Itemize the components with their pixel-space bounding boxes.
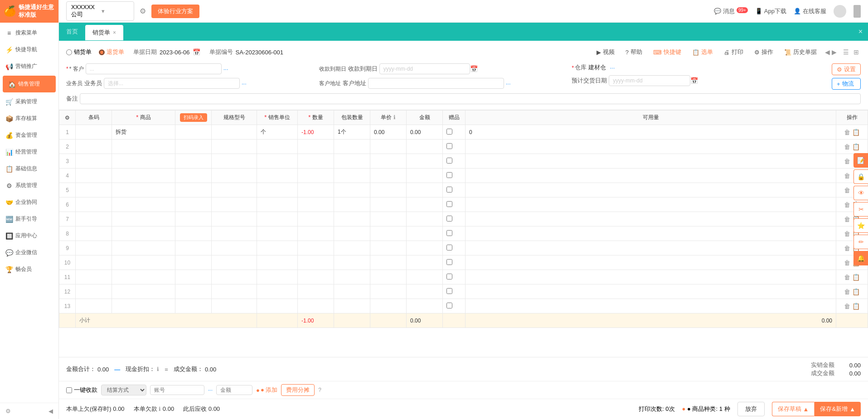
sidebar-item-search[interactable]: ≡ 搜索菜单 [0,24,58,41]
sidebar-item-ops[interactable]: 📊 经营管理 [0,144,58,160]
row-3-gift[interactable] [446,158,452,164]
doc-date-picker[interactable]: 📅 [193,48,200,56]
row-9-del[interactable]: 🗑 [844,245,850,252]
scan-button[interactable]: 扫码录入 [180,113,207,122]
due-date-picker[interactable]: 📅 [470,65,478,72]
next-record[interactable]: ▶ [831,48,838,57]
sidebar-item-sales[interactable]: 🏠 销售管理 [3,76,56,92]
sidebar-item-quick-nav[interactable]: ⚡ 快捷导航 [0,41,58,58]
sidebar-collapse-icon[interactable]: ◀ [48,408,53,414]
row-11-cpy[interactable]: 📋 [852,274,860,281]
messages-button[interactable]: 💬 消息 99+ [714,7,748,15]
th-gear[interactable]: ⚙ [59,111,76,125]
salesperson-more-icon[interactable]: ··· [242,80,247,87]
row-13-gift[interactable] [446,303,452,308]
sidebar-item-purchase[interactable]: 🛒 采购管理 [0,93,58,110]
row-3-unit[interactable] [257,154,298,169]
fee-split-button[interactable]: 费用分摊 [281,384,315,396]
row-3-product[interactable] [112,154,175,169]
app-download-button[interactable]: 📱 App下载 [755,7,786,15]
side-action-2[interactable]: 🔒 [853,169,868,184]
addr-more-icon[interactable]: ··· [506,80,511,87]
grid-view-btn[interactable]: ⊞ [852,48,861,57]
row-1-barcode[interactable] [76,125,112,140]
delivery-date-picker[interactable]: 📅 [690,77,698,84]
row-12-cpy[interactable]: 📋 [852,288,860,295]
sidebar-item-member[interactable]: 🏆 畅会员 [0,261,58,278]
abandon-button[interactable]: 放弃 [737,402,765,416]
trial-button[interactable]: 体验行业方案 [151,5,199,18]
row-6-del[interactable]: 🗑 [844,201,850,208]
row-1-delete[interactable]: 🗑 [844,129,850,136]
row-10-del[interactable]: 🗑 [844,259,850,266]
tab-sales-order[interactable]: 销货单 × [85,25,123,40]
row-3-spec[interactable] [212,154,257,169]
side-action-7[interactable]: 🔔 [853,251,868,265]
toolbar-ops[interactable]: ⚙ 操作 [751,46,777,58]
row-12-del[interactable]: 🗑 [844,288,850,295]
row-3-qty[interactable] [298,154,334,169]
prev-record[interactable]: ◀ [824,48,831,57]
due-date-input[interactable] [379,63,470,74]
row-1-product[interactable]: 拆货 [112,125,175,140]
row-5-del[interactable]: 🗑 [844,187,850,194]
side-action-4[interactable]: ✂ [853,202,868,217]
company-selector[interactable]: XXXXXX公司 ▾ [66,1,134,21]
tab-close-icon[interactable]: × [113,29,116,36]
save-new-button[interactable]: 保存&新增 ▲ [814,402,861,416]
row-13-cpy[interactable]: 📋 [852,303,860,310]
add-payment-button[interactable]: ● ● 添加 [256,386,277,394]
sidebar-item-appstore[interactable]: 🔲 应用中心 [0,227,58,244]
list-view-btn[interactable]: ☰ [841,48,851,57]
row-13-del[interactable]: 🗑 [844,303,850,310]
customer-input[interactable] [86,63,222,74]
row-11-gift[interactable] [446,274,452,279]
radio-return-input[interactable] [99,49,105,55]
toolbar-history[interactable]: 📜 历史单据 [781,46,820,58]
row-10-gift[interactable] [446,259,452,265]
sidebar-item-marketing[interactable]: 📢 营销推广 [0,58,58,75]
delivery-date-input[interactable] [609,75,690,86]
row-2-pkg-qty[interactable] [334,140,370,154]
sidebar-item-inventory[interactable]: 📦 库存核算 [0,110,58,127]
row-4-gift[interactable] [446,172,452,178]
customer-more-icon[interactable]: ··· [223,66,228,72]
row-2-unit[interactable] [257,140,298,154]
row-7-del[interactable]: 🗑 [844,216,850,223]
row-1-gift-checkbox[interactable] [446,129,452,135]
sidebar-item-corp[interactable]: 🤝 企业协同 [0,194,58,211]
one-click-pay-input[interactable] [66,387,72,393]
row-8-del[interactable]: 🗑 [844,230,850,237]
side-action-1[interactable]: 📝 [853,153,868,168]
row-3-pkg[interactable] [334,154,370,169]
row-2-gift-checkbox[interactable] [446,143,452,149]
online-service-button[interactable]: 👤 在线客服 [794,7,826,15]
toolbar-video[interactable]: ▶ 视频 [593,46,618,58]
row-8-gift[interactable] [446,230,452,236]
unit-price-info-icon[interactable]: ℹ [393,114,396,120]
sidebar-settings-icon[interactable]: ⚙ [5,408,11,414]
row-4-del[interactable]: 🗑 [844,172,850,179]
toolbar-help[interactable]: ? 帮助 [622,46,646,58]
side-action-6[interactable]: ✏ [853,235,868,249]
row-1-amount[interactable]: 0.00 [407,125,443,140]
row-2-barcode[interactable] [76,140,112,154]
toolbar-shortcuts[interactable]: ⌨ 快捷键 [650,46,685,58]
row-1-unit[interactable]: 个 [257,125,298,140]
sidebar-item-system[interactable]: ⚙ 系统管理 [0,177,58,194]
row-12-gift[interactable] [446,288,452,294]
toolbar-select[interactable]: 📋 选单 [689,46,717,58]
row-7-gift[interactable] [446,216,452,222]
row-2-unit-price[interactable] [370,140,407,154]
row-3-barcode[interactable] [76,154,112,169]
row-6-gift[interactable] [446,201,452,207]
row-2-spec[interactable] [212,140,257,154]
row-2-copy[interactable]: 📋 [852,143,860,150]
row-1-gift[interactable] [443,125,466,140]
customer-addr-input[interactable] [368,78,504,89]
row-5-gift[interactable] [446,187,452,193]
toolbar-print[interactable]: 🖨 打印 [720,46,747,58]
radio-sales[interactable]: 销货单 [66,48,92,56]
row-2-delete[interactable]: 🗑 [844,143,850,150]
row-9-gift[interactable] [446,245,452,250]
